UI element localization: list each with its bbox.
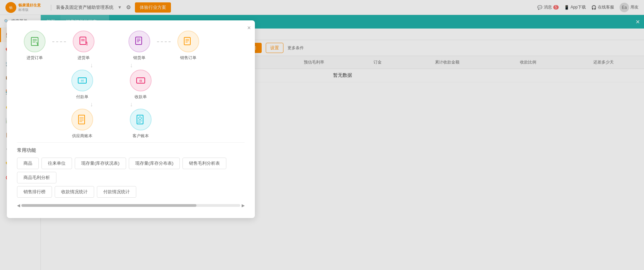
main-area: 🔍 搜索菜单 🏠 快捷导航 📢 营销推广 🛒 销售管理 📦 采购管理 🏪 [0, 15, 644, 270]
flow-node-purchase-order[interactable]: 进货订单 [41, 31, 46, 61]
sales-order-circle [177, 31, 199, 52]
func-btn-receipt-stats[interactable]: 收款情况统计 [55, 186, 94, 198]
func-btn-payment-stats[interactable]: 付款情况统计 [97, 186, 136, 198]
scrollbar-track[interactable] [41, 204, 240, 207]
popup-card: × [41, 20, 255, 218]
func-buttons-row2: 销售排行榜 收款情况统计 付款情况统计 [41, 186, 245, 198]
receipt-circle: 收 [130, 70, 152, 91]
scrollbar-thumb [41, 204, 196, 207]
purchase-bill-label: 进货单 [77, 55, 90, 61]
func-btn-sales-rank[interactable]: 销售排行榜 [41, 186, 52, 198]
arrow-v4: ↓ [130, 100, 133, 109]
flow-node-sales-bill[interactable]: 销货单 [128, 31, 150, 61]
content-area: 首页 销售订单执行表 ✕ ✕ ❓ 帮助 🖨 按模板打印 ▼ [41, 15, 644, 270]
sales-order-label: 销售订单 [180, 55, 196, 61]
func-btn-stock-dist[interactable]: 现存量(库存分布表) [129, 158, 180, 169]
func-buttons-container: 商品 往来单位 现存量(库存状况表) 现存量(库存分布表) 销售毛利分析表 商品… [41, 158, 245, 183]
arrow-v2: ↓ [90, 100, 93, 109]
sales-bill-circle [128, 31, 150, 52]
flow-node-customer-ledger[interactable]: 客户账本 [130, 109, 152, 139]
common-func-title: 常用功能 [41, 147, 245, 154]
purchase-order-label: 进货订单 [41, 55, 43, 61]
payment-label: 付款单 [76, 94, 88, 100]
supplier-ledger-label: 供应商账本 [72, 133, 92, 139]
payment-circle: 付 [71, 70, 93, 91]
svg-text:收: 收 [139, 79, 142, 83]
arrow-h2 [157, 41, 171, 42]
svg-text:付: 付 [81, 79, 84, 83]
func-btn-product-profit[interactable]: 商品毛利分析 [41, 172, 56, 183]
supplier-ledger-circle [71, 109, 93, 130]
customer-ledger-circle [130, 109, 152, 130]
flow-node-sales-order[interactable]: 销售订单 [177, 31, 199, 61]
arrow-h1 [52, 41, 66, 42]
svg-rect-20 [184, 37, 190, 45]
scroll-right-btn[interactable]: ▶ [242, 203, 245, 208]
flow-node-receipt[interactable]: 收 收款单 [130, 70, 152, 100]
arrow-v3: ↓ [130, 61, 133, 70]
func-btn-sales-profit[interactable]: 销售毛利分析表 [182, 158, 226, 169]
popup-close-btn[interactable]: × [247, 24, 251, 32]
purchase-order-circle [41, 31, 46, 52]
popup-scrollbar: ◀ ▶ [41, 203, 245, 208]
popup-overlay[interactable]: × [41, 15, 644, 270]
arrow-v1: ↓ [90, 61, 93, 70]
svg-rect-16 [136, 37, 142, 44]
func-btn-stock-status[interactable]: 现存量(库存状况表) [75, 158, 126, 169]
svg-rect-11 [79, 115, 85, 124]
func-btn-partner[interactable]: 往来单位 [41, 158, 72, 169]
customer-ledger-label: 客户账本 [133, 133, 149, 139]
flow-node-payment[interactable]: 付 付款单 [71, 70, 93, 100]
svg-point-27 [139, 117, 141, 120]
receipt-label: 收款单 [135, 94, 147, 100]
flow-node-supplier-ledger[interactable]: 供应商账本 [71, 109, 93, 139]
app-container: 畅 畅康通好生意 标准版 | 装备及固定资产辅助管理系统 ▼ ⚙ 体验行业方案 … [0, 0, 644, 270]
purchase-bill-circle [73, 31, 94, 52]
sales-bill-label: 销货单 [133, 55, 145, 61]
flow-node-purchase-bill[interactable]: 进货单 [73, 31, 94, 61]
